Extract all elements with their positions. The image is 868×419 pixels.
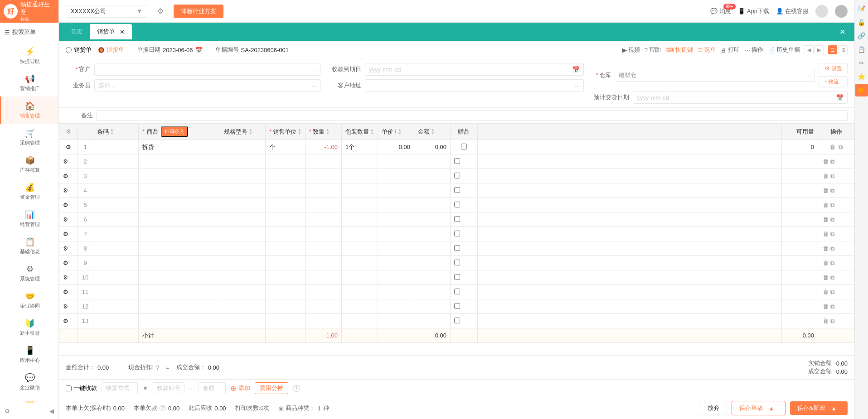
row1-settings[interactable]: ⚙ <box>59 140 78 154</box>
row1-barcode[interactable] <box>93 140 139 154</box>
action-video[interactable]: ▶ 视频 <box>622 46 640 54</box>
r9-settings[interactable]: ⚙ <box>59 256 78 270</box>
tab-home[interactable]: 首页 <box>63 24 90 39</box>
r5-settings[interactable]: ⚙ <box>59 198 78 212</box>
row1-unit[interactable]: 个 <box>266 140 305 154</box>
r5-copy[interactable]: ⧉ <box>830 202 834 208</box>
row1-pkg[interactable]: 1个 <box>341 140 378 154</box>
r2-delete[interactable]: 🗑 <box>823 158 829 165</box>
r11-copy[interactable]: ⧉ <box>830 289 834 295</box>
radio-sale-order[interactable]: 销货单 <box>66 46 92 54</box>
r4-copy[interactable]: ⧉ <box>830 187 834 194</box>
r10-settings[interactable]: ⚙ <box>59 270 78 285</box>
sidebar-item-quick-nav[interactable]: ⚡ 快捷导航 <box>0 42 58 69</box>
r3-delete[interactable]: 🗑 <box>823 173 829 179</box>
r13-settings[interactable]: ⚙ <box>59 314 78 328</box>
sidebar-item-base[interactable]: 📋 基础信息 <box>0 232 58 260</box>
r10-copy[interactable]: ⧉ <box>830 274 834 281</box>
r7-settings[interactable]: ⚙ <box>59 227 78 241</box>
radio-return-order[interactable]: 退货单 <box>98 46 124 54</box>
sidebar-item-marketing[interactable]: 📢 营销推广 <box>0 69 58 96</box>
row1-amount[interactable]: 0.00 <box>414 140 450 154</box>
account-input[interactable]: 收款账号 <box>153 382 184 394</box>
action-select[interactable]: ☰ 选单 <box>698 46 716 54</box>
one-click-payment-checkbox[interactable]: 一键收款 <box>66 384 97 392</box>
sidebar-item-purchase[interactable]: 🛒 采购管理 <box>0 124 58 151</box>
r2-settings[interactable]: ⚙ <box>59 154 78 169</box>
action-shortcut[interactable]: ⌨ 快捷键 <box>665 46 693 54</box>
right-panel-icon-4[interactable]: 📋 <box>855 43 868 56</box>
row1-gift[interactable] <box>450 140 477 154</box>
debt-help-icon[interactable]: ? <box>160 405 166 411</box>
right-panel-icon-1[interactable]: 📝 <box>855 2 868 15</box>
r8-copy[interactable]: ⧉ <box>830 245 834 252</box>
remarks-input[interactable] <box>97 110 848 121</box>
tab-sales-order[interactable]: 销货单 ✕ <box>90 24 132 39</box>
r13-delete[interactable]: 🗑 <box>823 318 829 324</box>
r6-delete[interactable]: 🗑 <box>823 216 829 223</box>
company-selector[interactable]: XXXXXX公司 ▼ <box>66 5 147 18</box>
delivery-date-input[interactable]: yyyy-mm-dd 📅 <box>633 91 848 104</box>
r3-copy[interactable]: ⧉ <box>830 173 834 179</box>
r11-delete[interactable]: 🗑 <box>823 289 829 295</box>
sidebar-item-system[interactable]: ⚙ 系统管理 <box>0 260 58 287</box>
action-help[interactable]: ? 帮助 <box>645 46 661 54</box>
discard-button[interactable]: 放弃 <box>700 401 727 415</box>
r10-delete[interactable]: 🗑 <box>823 274 829 281</box>
r12-copy[interactable]: ⧉ <box>830 303 834 310</box>
save-new-chevron-icon[interactable]: ▲ <box>827 405 840 412</box>
r5-delete[interactable]: 🗑 <box>823 202 829 208</box>
r12-delete[interactable]: 🗑 <box>823 303 829 310</box>
save-new-button[interactable]: 保存&新增 ▲ <box>790 401 848 415</box>
r12-settings[interactable]: ⚙ <box>59 299 78 314</box>
r3-settings[interactable]: ⚙ <box>59 169 78 183</box>
action-ops[interactable]: ⋯ 操作 <box>744 46 763 54</box>
row1-qty[interactable]: -1.00 <box>305 140 341 154</box>
message-icon-item[interactable]: 💬 消息 99+ <box>710 7 731 15</box>
sidebar-item-guide[interactable]: 🔰 新手引导 <box>0 314 58 341</box>
close-window-icon[interactable]: ✕ <box>839 28 850 36</box>
row1-spec[interactable] <box>220 140 266 154</box>
calendar-icon[interactable]: 📅 <box>195 47 203 53</box>
salesperson-input[interactable]: 选择... ··· <box>94 79 320 92</box>
action-history[interactable]: 📄 历史单据 <box>768 46 800 54</box>
sidebar-item-appstore[interactable]: 📱 应用中心 <box>0 341 58 368</box>
sidebar-item-wechat[interactable]: 💬 企业微信 <box>0 368 58 395</box>
r2-copy[interactable]: ⧉ <box>830 158 834 165</box>
table-settings-icon[interactable]: ⚙ <box>66 128 71 135</box>
save-draft-button[interactable]: 保存草稿 ▲ <box>732 401 786 415</box>
sidebar-item-finance[interactable]: 💰 资金管理 <box>0 178 58 205</box>
sidebar-item-collab[interactable]: 🤝 企业协同 <box>0 287 58 314</box>
r6-copy[interactable]: ⧉ <box>830 216 834 223</box>
right-panel-icon-5[interactable]: ✏ <box>855 57 868 69</box>
r9-copy[interactable]: ⧉ <box>830 260 834 266</box>
tab-close-icon[interactable]: ✕ <box>120 29 125 35</box>
r4-delete[interactable]: 🗑 <box>823 187 829 194</box>
sidebar-item-inventory[interactable]: 📦 库存核算 <box>0 151 58 178</box>
chevron-down-2-icon[interactable]: ▼ <box>142 385 148 392</box>
avatar[interactable] <box>815 5 828 18</box>
r13-copy[interactable]: ⧉ <box>830 318 834 324</box>
action-print[interactable]: 🖨 打印 <box>721 46 740 54</box>
sidebar-item-member[interactable]: 👑 畅会员 <box>0 395 58 403</box>
row1-product[interactable]: 拆货 <box>139 140 220 154</box>
warehouse-input[interactable]: 建材仓 ··· <box>615 69 815 82</box>
due-date-input[interactable]: yyyy-mm-dd 📅 <box>365 63 584 76</box>
settings-icon-btn[interactable]: ⚙ <box>152 5 169 17</box>
r11-settings[interactable]: ⚙ <box>59 285 78 299</box>
trial-button[interactable]: 体验行业方案 <box>174 5 223 18</box>
expense-split-button[interactable]: 费用分摊 <box>255 382 288 394</box>
next-page-btn[interactable]: ▶ <box>815 45 824 54</box>
row1-price[interactable]: 0.00 <box>378 140 414 154</box>
r7-copy[interactable]: ⧉ <box>830 231 834 237</box>
row1-copy-icon[interactable]: ⧉ <box>839 144 843 150</box>
sidebar-item-sales[interactable]: 🏠 销售管理 <box>0 96 58 124</box>
app-download-item[interactable]: 📱 App下载 <box>738 7 769 15</box>
r4-settings[interactable]: ⚙ <box>59 183 78 198</box>
account-dots[interactable]: ··· <box>189 385 194 392</box>
online-service-item[interactable]: 👤 在线客服 <box>776 7 809 15</box>
r6-settings[interactable]: ⚙ <box>59 212 78 227</box>
logistics-button[interactable]: + 物流 <box>819 76 848 87</box>
row1-delete-icon[interactable]: 🗑 <box>829 144 835 150</box>
search-menu-item[interactable]: ☰ 搜索菜单 <box>5 26 54 38</box>
